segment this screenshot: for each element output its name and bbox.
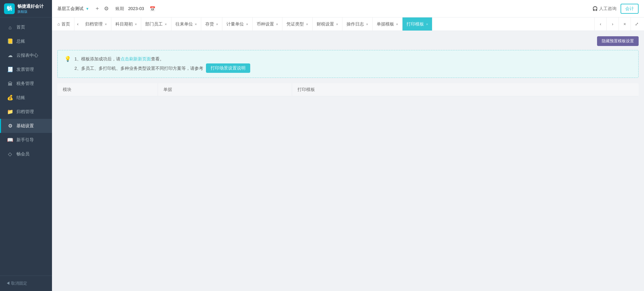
tab-label: 部门员工 [145, 21, 163, 27]
invoice-icon: 🧾 [7, 66, 13, 72]
tab-label: 凭证类型 [286, 21, 304, 27]
settlement-icon: 💰 [7, 95, 13, 101]
tab-close-icon[interactable]: × [246, 22, 248, 26]
tab-close-icon[interactable]: × [195, 22, 197, 26]
sidebar-item-home[interactable]: ⌂ 首页 [0, 20, 52, 34]
sidebar-item-invoice[interactable]: 🧾 发票管理 [0, 62, 52, 77]
sidebar-item-member[interactable]: ◇ 畅会员 [0, 147, 52, 161]
dropdown-arrow-icon: ▼ [86, 7, 89, 11]
tab-close-icon[interactable]: × [276, 22, 278, 26]
company-name: 基层工会测试 [57, 6, 84, 12]
app-version: 旗舰版 [17, 9, 44, 14]
help-button[interactable]: 🎧 人工咨询 [592, 6, 616, 12]
sidebar-item-ledger[interactable]: 📒 总账 [0, 34, 52, 48]
tab-dept-staff[interactable]: 部门员工 × [141, 17, 171, 31]
tab-close-icon[interactable]: × [396, 22, 398, 26]
notice-box: 💡 1、模板添加成功后，请点击刷新新页面查看。 2、多员工、多打印机、多种业务类… [57, 50, 639, 78]
tab-label: 计量单位 [226, 21, 244, 27]
sidebar-item-label: 基础设置 [16, 123, 34, 129]
col-module: 模块 [57, 83, 158, 96]
archive-icon: 📁 [7, 109, 13, 115]
hide-template-button[interactable]: 隐藏预置模板设置 [597, 36, 639, 46]
settings-icon: ⚙ [7, 123, 13, 129]
sidebar: 畅 畅捷通好会计 旗舰版 ⌂ 首页 📒 总账 ☁ 云报表中心 🧾 发票管理 🏛 … [0, 0, 52, 291]
sidebar-item-guide[interactable]: 📖 新手引导 [0, 133, 52, 147]
tab-close-icon[interactable]: × [105, 22, 107, 26]
top-bar: 基层工会测试 ▼ ＋ ⚙ 账期 2023-03 📅 🎧 人工咨询 会计 [52, 0, 644, 17]
guide-icon: 📖 [7, 137, 13, 143]
print-scene-button[interactable]: 打印场景设置说明 [206, 63, 250, 73]
home-icon: ⌂ [7, 25, 13, 30]
top-bar-actions: ＋ ⚙ 账期 2023-03 📅 [95, 5, 155, 12]
sidebar-item-tax[interactable]: 🏛 税务管理 [0, 77, 52, 91]
tab-close-icon[interactable]: × [165, 22, 167, 26]
sidebar-item-archive[interactable]: 📁 归档管理 [0, 105, 52, 119]
tax-icon: 🏛 [7, 81, 13, 87]
tab-scroll-right-button[interactable]: › [606, 17, 619, 31]
tab-voucher-type[interactable]: 凭证类型 × [282, 17, 312, 31]
tab-inventory[interactable]: 存货 × [201, 17, 222, 31]
tab-label: 操作日志 [346, 21, 364, 27]
notice-text: 1、模板添加成功后，请点击刷新新页面查看。 2、多员工、多打印机、多种业务类型设… [74, 55, 250, 73]
tab-close-icon[interactable]: × [336, 22, 338, 26]
tab-label: 往来单位 [175, 21, 193, 27]
sidebar-item-settlement[interactable]: 💰 结账 [0, 91, 52, 105]
sidebar-item-label: 首页 [16, 24, 25, 30]
tab-close-icon[interactable]: × [135, 22, 137, 26]
tab-label: 打印模板 [407, 21, 424, 27]
tab-tax-settings[interactable]: 财税设置 × [313, 17, 342, 31]
tab-single-template[interactable]: 单据模板 × [373, 17, 402, 31]
sidebar-item-label: 发票管理 [16, 66, 34, 72]
refresh-link[interactable]: 点击刷新新页面 [120, 56, 151, 61]
sidebar-item-label: 总账 [16, 38, 25, 44]
sidebar-item-label: 税务管理 [16, 81, 34, 87]
content-header: 隐藏预置模板设置 [57, 36, 639, 50]
member-icon: ◇ [7, 151, 13, 157]
sidebar-item-reports[interactable]: ☁ 云报表中心 [0, 48, 52, 62]
tab-print-template[interactable]: 打印模板 × [402, 17, 432, 31]
headset-icon: 🎧 [592, 6, 598, 11]
sidebar-item-label: 归档管理 [16, 109, 34, 115]
tab-label: 财税设置 [317, 21, 334, 27]
tab-close-icon[interactable]: × [426, 22, 428, 26]
tab-scroll-left-button[interactable]: ‹ [594, 17, 606, 31]
sidebar-item-label: 新手引导 [16, 137, 34, 143]
tab-subject-period[interactable]: 科目期初 × [111, 17, 141, 31]
tab-close-all-button[interactable]: × [619, 17, 631, 31]
home-tab-icon: ⌂ [57, 21, 60, 27]
tab-home[interactable]: ⌂ 首页 [53, 17, 74, 31]
col-print-template: 打印模板 [292, 83, 639, 96]
top-bar-right: 🎧 人工咨询 会计 [592, 4, 639, 14]
tab-operation-log[interactable]: 操作日志 × [342, 17, 372, 31]
notice-line2: 2、多员工、多打印机、多种业务类型设置不同打印方案等，请参考 打印场景设置说明 [74, 63, 250, 73]
data-table: 模块 单据 打印模板 [57, 83, 639, 96]
tab-close-icon[interactable]: × [306, 22, 308, 26]
unpin-button[interactable]: ◀ 取消固定 [0, 276, 52, 291]
add-tab-button[interactable]: ＋ [95, 5, 100, 12]
main-area: 基层工会测试 ▼ ＋ ⚙ 账期 2023-03 📅 🎧 人工咨询 会计 ⌂ 首页… [52, 0, 644, 291]
app-name: 畅捷通好会计 [17, 3, 44, 9]
bulb-icon: 💡 [64, 56, 71, 62]
tab-archive-mgmt[interactable]: 归档管理 × [81, 17, 111, 31]
tab-close-icon[interactable]: × [216, 22, 218, 26]
tab-expand-button[interactable]: ⤢ [631, 17, 643, 31]
tab-nav-back[interactable]: ‹ [74, 17, 81, 31]
tab-label: 存货 [205, 21, 214, 27]
sidebar-item-label: 结账 [16, 95, 25, 101]
content-area: 隐藏预置模板设置 💡 1、模板添加成功后，请点击刷新新页面查看。 2、多员工、多… [52, 31, 644, 291]
tab-counterparty[interactable]: 往来单位 × [171, 17, 201, 31]
settings-gear-icon[interactable]: ⚙ [104, 5, 109, 12]
tab-label: 归档管理 [85, 21, 103, 27]
tab-label: 币种设置 [257, 21, 274, 27]
account-button[interactable]: 会计 [621, 4, 639, 14]
calendar-icon[interactable]: 📅 [150, 6, 155, 11]
tab-currency[interactable]: 币种设置 × [253, 17, 282, 31]
tab-actions: ‹ › × ⤢ [594, 17, 643, 31]
tab-close-icon[interactable]: × [366, 22, 368, 26]
sidebar-item-label: 云报表中心 [16, 52, 38, 58]
sidebar-item-settings[interactable]: ⚙ 基础设置 [0, 119, 52, 133]
tab-measure-unit[interactable]: 计量单位 × [222, 17, 252, 31]
tab-label: 科目期初 [115, 21, 133, 27]
company-selector[interactable]: 基层工会测试 ▼ [57, 6, 89, 12]
sidebar-item-label: 畅会员 [16, 151, 30, 157]
